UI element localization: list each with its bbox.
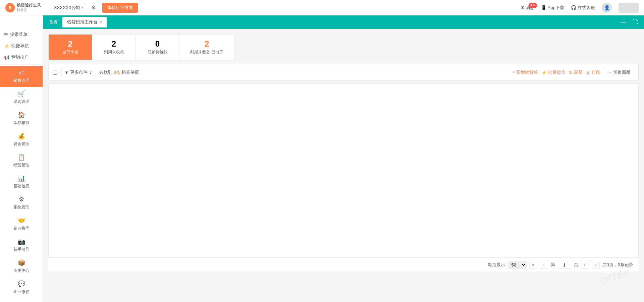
sidebar-search[interactable]: ☰ 搜索菜单 [0, 29, 43, 40]
stat-num-2: 0 [147, 39, 168, 49]
stat-label-3: 到期未收款 已出库 [190, 49, 223, 55]
tab-close-icon[interactable]: × [100, 20, 102, 24]
prev-page-btn[interactable]: ‹ [540, 261, 548, 269]
inventory-label: 库存核算 [13, 120, 30, 126]
appcenter-label: 应用中心 [13, 268, 30, 274]
home-tab-label: 首页 [49, 19, 58, 25]
settings-icon[interactable]: ⚙ [89, 3, 98, 12]
chevron-icon: ∨ [89, 70, 92, 75]
per-page-select[interactable]: 50 10 20 100 [508, 261, 527, 269]
total-text: 共0页，0条记录 [602, 262, 633, 268]
message-badge: 99+ [529, 3, 537, 8]
logo-area: 6 畅捷通好生意 标准版 [5, 3, 48, 13]
more-filters-label: 更多条件 [70, 69, 88, 75]
headset-icon: 🎧 [571, 5, 576, 10]
sales-label: 销售管理 [13, 78, 30, 83]
sales-icon: 🏷 [18, 69, 24, 76]
toolbar: ▼ 更多条件 ∨ 共找到 0条 相关单据 + 新增销货单 ⚡ 批量操作 ↻ 刷新 [48, 64, 639, 81]
avatar[interactable]: 👤 [602, 3, 612, 13]
guide-label: 新手引导 [13, 247, 30, 252]
batch-icon: ⚡ [541, 70, 547, 75]
sidebar-quick-nav[interactable]: ⚡ 快捷导航 [0, 40, 43, 52]
app-name: 畅捷通好生意 [17, 3, 41, 8]
stat-num-1: 2 [103, 39, 125, 49]
basic-icon: 📊 [18, 175, 25, 182]
toolbar-left: ▼ 更多条件 ∨ 共找到 0条 相关单据 [53, 68, 508, 77]
sidebar-item-member[interactable]: V 畅会员 [0, 298, 43, 302]
sidebar-item-appcenter[interactable]: 📦 应用中心 [0, 256, 43, 277]
message-icon: ✉ [521, 5, 524, 10]
sidebar-item-basic[interactable]: 📊 基础信息 [0, 171, 43, 192]
page-label: 第 [551, 262, 555, 268]
tab-work-bench[interactable]: 钱货日清工作台 × [62, 17, 107, 27]
appcenter-icon: 📦 [18, 259, 25, 266]
system-icon: ⚙ [19, 196, 24, 203]
stat-label-0: 全部单据 [59, 49, 81, 55]
quick-label: 快捷导航 [11, 43, 29, 49]
sidebar-promo[interactable]: 📢 营销推广 [0, 52, 43, 63]
company-selector[interactable]: XXXXXX公司 ▾ [51, 3, 86, 12]
tab-expand-icon[interactable]: ⛶ [631, 18, 640, 26]
batch-op-btn[interactable]: ⚡ 批量操作 [541, 69, 566, 75]
layout: 2 全部单据2 到期未收款0 旺辅待确认2 到期未收款 已出库 ▼ 更多条件 ∨ [0, 29, 644, 302]
stat-card-1[interactable]: 2 到期未收款 [92, 35, 136, 60]
online-service-btn[interactable]: 🎧 在线客服 [571, 5, 595, 11]
sidebar-item-guide[interactable]: 📷 新手引导 [0, 235, 43, 256]
stat-card-2[interactable]: 0 旺辅待确认 [136, 35, 179, 60]
select-all-checkbox[interactable] [53, 70, 57, 75]
sidebar-item-cooperation[interactable]: 🤝 企业协同 [0, 214, 43, 235]
stat-num-0: 2 [59, 39, 81, 49]
switch-version-btn[interactable]: ↔ 切换新版 [604, 68, 634, 77]
add-order-btn[interactable]: + 新增销货单 [513, 69, 538, 75]
tab-home[interactable]: 首页 [44, 17, 62, 27]
tab-minimize-icon[interactable]: — [619, 18, 628, 26]
cooperation-label: 企业协同 [13, 226, 30, 231]
sidebar-item-wechat[interactable]: 💬 企业微信 [0, 277, 43, 298]
first-page-btn[interactable]: « [529, 261, 537, 269]
refresh-icon: ↻ [569, 70, 573, 75]
table-area [48, 83, 639, 258]
stat-label-2: 旺辅待确认 [147, 49, 168, 55]
search-icon: ☰ [4, 32, 8, 37]
logo-text-block: 畅捷通好生意 标准版 [17, 3, 41, 13]
finance-label: 资金管理 [13, 141, 30, 147]
search-menu-label: 搜索菜单 [10, 32, 28, 38]
page-input[interactable] [558, 261, 571, 269]
trial-button[interactable]: 体验行业方案 [102, 3, 138, 13]
sidebar-item-operation[interactable]: 📋 经营管理 [0, 150, 43, 171]
cooperation-icon: 🤝 [18, 217, 25, 224]
sidebar-item-sales[interactable]: 🏷 销售管理 [0, 66, 43, 87]
filter-icon: ▼ [64, 70, 69, 75]
more-filters-btn[interactable]: ▼ 更多条件 ∨ [61, 68, 95, 77]
sidebar-items: 🏷 销售管理🛒 采购管理🏠 库存核算💰 资金管理📋 经营管理📊 基础信息⚙ 系统… [0, 66, 43, 302]
stat-card-0[interactable]: 2 全部单据 [49, 35, 92, 60]
stat-num-3: 2 [190, 39, 223, 49]
pagination-bar: 每页显示 50 10 20 100 « ‹ 第 页 › » 共0页，0条记录 [48, 258, 639, 271]
wechat-label: 企业微信 [13, 289, 30, 295]
sidebar-item-inventory[interactable]: 🏠 库存核算 [0, 108, 43, 129]
stats-row: 2 全部单据2 到期未收款0 旺辅待确认2 到期未收款 已出库 [48, 34, 234, 60]
quick-icon: ⚡ [4, 44, 9, 49]
operation-label: 经营管理 [13, 162, 30, 168]
sidebar-top: ☰ 搜索菜单 ⚡ 快捷导航 📢 营销推广 [0, 29, 43, 65]
sidebar-divider [0, 64, 43, 65]
sidebar-item-finance[interactable]: 💰 资金管理 [0, 129, 43, 150]
app-download-btn[interactable]: 📱 App下载 [541, 5, 564, 11]
per-page-label: 每页显示 [488, 262, 505, 268]
refresh-btn[interactable]: ↻ 刷新 [569, 69, 583, 75]
basic-label: 基础信息 [13, 183, 30, 189]
stat-card-3[interactable]: 2 到期未收款 已出库 [179, 35, 234, 60]
inventory-icon: 🏠 [18, 111, 25, 119]
message-btn[interactable]: ✉ 消息 99+ [521, 5, 534, 11]
system-label: 系统管理 [13, 204, 30, 210]
guide-icon: 📷 [18, 238, 25, 245]
last-page-btn[interactable]: » [592, 261, 600, 269]
next-page-btn[interactable]: › [581, 261, 589, 269]
stat-label-1: 到期未收款 [103, 49, 125, 55]
sidebar-item-system[interactable]: ⚙ 系统管理 [0, 192, 43, 214]
sidebar-item-purchase[interactable]: 🛒 采购管理 [0, 87, 43, 108]
switch-icon: ↔ [607, 70, 612, 75]
user-name-area[interactable] [619, 3, 639, 13]
main-content: 2 全部单据2 到期未收款0 旺辅待确认2 到期未收款 已出库 ▼ 更多条件 ∨ [43, 29, 644, 302]
print-btn[interactable]: 🖨 打印 [586, 69, 600, 75]
